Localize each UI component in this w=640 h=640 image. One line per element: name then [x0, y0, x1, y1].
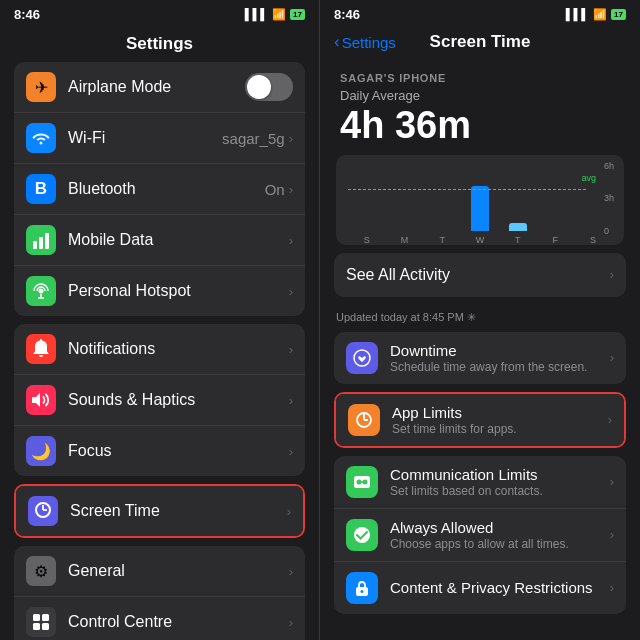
always-allowed-subtitle: Choose apps to allow at all times.: [390, 537, 610, 551]
app-limits-chevron: ›: [608, 412, 612, 427]
notifications-row[interactable]: Notifications ›: [14, 324, 305, 375]
see-activity-label: See All Activity: [346, 266, 610, 284]
svg-rect-1: [39, 237, 43, 249]
right-battery-badge: 17: [611, 9, 626, 20]
personal-hotspot-label: Personal Hotspot: [68, 282, 289, 300]
signal-icon: ▌▌▌: [245, 8, 268, 20]
wifi-label: Wi-Fi: [68, 129, 222, 147]
bar-t2: [509, 223, 527, 231]
personal-hotspot-row[interactable]: Personal Hotspot ›: [14, 266, 305, 316]
bluetooth-label: Bluetooth: [68, 180, 265, 198]
svg-rect-2: [45, 233, 49, 249]
communication-limits-chevron: ›: [610, 474, 614, 489]
communication-limits-icon: [346, 466, 378, 498]
mobile-data-chevron: ›: [289, 233, 293, 248]
screen-time-content: SAGAR'S IPHONE Daily Average 4h 36m: [320, 60, 640, 640]
notifications-group: Notifications › Sounds & Haptics › 🌙 Foc…: [14, 324, 305, 476]
svg-point-3: [39, 289, 44, 294]
chart-bar-t1: [433, 226, 451, 231]
left-status-time: 8:46: [14, 7, 40, 22]
focus-label: Focus: [68, 442, 289, 460]
svg-rect-12: [33, 623, 40, 630]
airplane-mode-toggle[interactable]: [245, 73, 293, 101]
always-allowed-text: Always Allowed Choose apps to allow at a…: [390, 519, 610, 551]
sounds-haptics-icon: [26, 385, 56, 415]
airplane-mode-row[interactable]: ✈ Airplane Mode: [14, 62, 305, 113]
app-limits-title: App Limits: [392, 404, 608, 421]
bar-s1: [358, 226, 376, 231]
wifi-row[interactable]: Wi-Fi sagar_5g ›: [14, 113, 305, 164]
focus-row[interactable]: 🌙 Focus ›: [14, 426, 305, 476]
sounds-haptics-row[interactable]: Sounds & Haptics ›: [14, 375, 305, 426]
wifi-chevron: ›: [289, 131, 293, 146]
focus-icon: 🌙: [26, 436, 56, 466]
updated-label: Updated today at 8:45 PM ✳: [320, 305, 640, 332]
back-chevron-icon: ‹: [334, 32, 340, 52]
chart-x-labels: S M T W T F S: [348, 233, 612, 245]
communication-limits-title: Communication Limits: [390, 466, 610, 483]
svg-rect-0: [33, 241, 37, 249]
see-activity-chevron: ›: [610, 267, 614, 282]
chart-y-6h: 6h: [604, 161, 614, 171]
general-row[interactable]: ⚙ General ›: [14, 546, 305, 597]
screen-time-row[interactable]: Screen Time ›: [16, 486, 303, 536]
personal-hotspot-icon: [26, 276, 56, 306]
chart-bar-w: [471, 186, 489, 231]
content-privacy-icon: [346, 572, 378, 604]
control-centre-row[interactable]: Control Centre ›: [14, 597, 305, 640]
mobile-data-row[interactable]: Mobile Data ›: [14, 215, 305, 266]
left-status-bar: 8:46 ▌▌▌ 📶 17: [0, 0, 319, 28]
screen-time-highlighted-group[interactable]: Screen Time ›: [14, 484, 305, 538]
chart-bar-s1: [358, 226, 376, 231]
svg-rect-13: [42, 623, 49, 630]
settings-list: ✈ Airplane Mode Wi-Fi sagar_5g › B Bluet…: [0, 62, 319, 640]
chart-avg-label: avg: [581, 173, 596, 183]
chart-bar-t2: [509, 223, 527, 231]
communication-limits-subtitle: Set limits based on contacts.: [390, 484, 610, 498]
settings-title: Settings: [0, 28, 319, 62]
chart-y-labels: 6h 3h 0: [604, 161, 614, 236]
downtime-row[interactable]: Downtime Schedule time away from the scr…: [334, 332, 626, 384]
chart-bar-f: [546, 226, 564, 231]
always-allowed-row[interactable]: Always Allowed Choose apps to allow at a…: [334, 509, 626, 562]
airplane-mode-icon: ✈: [26, 72, 56, 102]
app-limits-icon: [348, 404, 380, 436]
svg-rect-11: [42, 614, 49, 621]
connectivity-group: ✈ Airplane Mode Wi-Fi sagar_5g › B Bluet…: [14, 62, 305, 316]
bluetooth-row[interactable]: B Bluetooth On ›: [14, 164, 305, 215]
downtime-chevron: ›: [610, 350, 614, 365]
chart-bar-m: [396, 226, 414, 231]
downtime-text: Downtime Schedule time away from the scr…: [390, 342, 610, 374]
content-privacy-row[interactable]: Content & Privacy Restrictions ›: [334, 562, 626, 614]
see-activity-row[interactable]: See All Activity ›: [334, 253, 626, 297]
mobile-data-label: Mobile Data: [68, 231, 289, 249]
right-status-icons: ▌▌▌ 📶 17: [566, 8, 626, 21]
app-limits-row[interactable]: App Limits Set time limits for apps. ›: [336, 394, 624, 446]
chart-label-f: F: [543, 235, 567, 245]
chart-label-m: M: [393, 235, 417, 245]
bluetooth-chevron: ›: [289, 182, 293, 197]
bluetooth-value: On: [265, 181, 285, 198]
content-privacy-title: Content & Privacy Restrictions: [390, 579, 610, 596]
screen-time-icon: [28, 496, 58, 526]
bar-m: [396, 226, 414, 231]
battery-badge: 17: [290, 9, 305, 20]
always-allowed-chevron: ›: [610, 527, 614, 542]
airplane-mode-label: Airplane Mode: [68, 78, 245, 96]
downtime-icon: [346, 342, 378, 374]
svg-marker-6: [32, 393, 40, 407]
bar-t1: [433, 226, 451, 231]
general-label: General: [68, 562, 289, 580]
personal-hotspot-chevron: ›: [289, 284, 293, 299]
app-limits-text: App Limits Set time limits for apps.: [392, 404, 608, 436]
app-limits-highlighted-group[interactable]: App Limits Set time limits for apps. ›: [334, 392, 626, 448]
communication-limits-text: Communication Limits Set limits based on…: [390, 466, 610, 498]
right-wifi-status-icon: 📶: [593, 8, 607, 21]
bar-s2: [584, 226, 602, 231]
notifications-label: Notifications: [68, 340, 289, 358]
communication-limits-row[interactable]: Communication Limits Set limits based on…: [334, 456, 626, 509]
downtime-title: Downtime: [390, 342, 610, 359]
control-centre-label: Control Centre: [68, 613, 289, 631]
back-button[interactable]: ‹ Settings: [334, 32, 396, 52]
right-signal-icon: ▌▌▌: [566, 8, 589, 20]
